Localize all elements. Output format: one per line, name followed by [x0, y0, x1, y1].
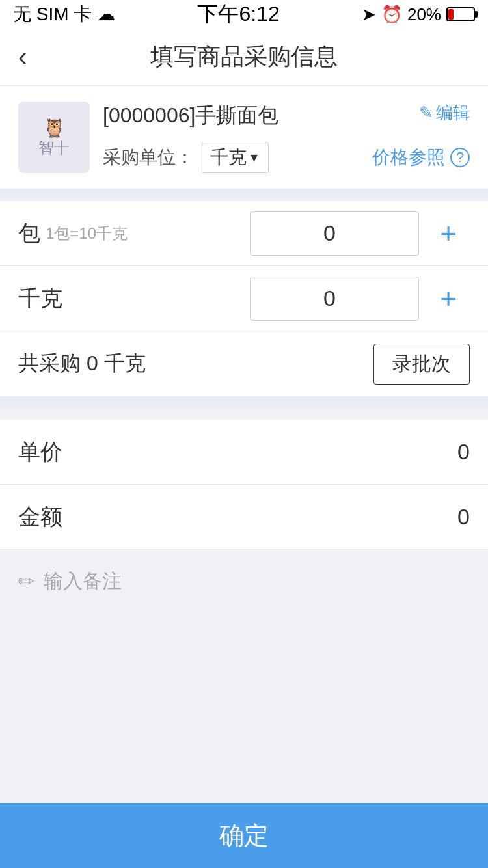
location-icon: ➤: [362, 5, 376, 25]
product-info: [0000006]手撕面包 ✎ 编辑 采购单位： 千克 ▾ 价格参照 ?: [103, 102, 470, 173]
bao-input-row: 包 1包=10千克 +: [0, 201, 488, 266]
amount-label: 金额: [18, 502, 62, 532]
section-divider-2: [0, 396, 488, 408]
kg-input-row: 千克 +: [0, 266, 488, 331]
sim-label: 无 SIM 卡 ☁: [13, 2, 115, 27]
bao-plus-button[interactable]: +: [427, 211, 470, 256]
product-card: 🦉 智十 [0000006]手撕面包 ✎ 编辑 采购单位： 千克 ▾: [0, 86, 488, 189]
edit-icon: ✎: [419, 103, 433, 123]
chevron-down-icon: ▾: [251, 149, 258, 166]
unit-select[interactable]: 千克 ▾: [202, 142, 269, 173]
edit-button[interactable]: ✎ 编辑: [419, 102, 470, 124]
status-left: 无 SIM 卡 ☁: [13, 2, 115, 27]
main-content: 🦉 智十 [0000006]手撕面包 ✎ 编辑 采购单位： 千克 ▾: [0, 86, 488, 868]
thumbnail-label: 🦉 智十: [38, 117, 70, 157]
battery-icon: [446, 7, 475, 21]
bao-sublabel: 1包=10千克: [46, 223, 128, 244]
price-ref-button[interactable]: 价格参照 ?: [372, 145, 470, 170]
kg-quantity-input[interactable]: [250, 277, 419, 321]
nav-bar: ‹ 填写商品采购信息: [0, 29, 488, 86]
product-name: [0000006]手撕面包: [103, 102, 278, 130]
unit-price-row: 单价 0: [0, 420, 488, 485]
amount-row: 金额 0: [0, 485, 488, 550]
confirm-button[interactable]: 确定: [0, 803, 488, 868]
unit-label: 采购单位：: [103, 145, 194, 170]
kg-input-right: +: [62, 277, 470, 321]
unit-row: 采购单位： 千克 ▾ 价格参照 ?: [103, 142, 470, 173]
back-button[interactable]: ‹: [18, 42, 27, 72]
unit-price-label: 单价: [18, 437, 62, 467]
battery-percent: 20%: [407, 5, 441, 25]
kg-plus-button[interactable]: +: [427, 277, 470, 321]
section-divider-1: [0, 189, 488, 201]
alarm-icon: ⏰: [381, 5, 402, 25]
product-name-row: [0000006]手撕面包 ✎ 编辑: [103, 102, 470, 130]
status-bar: 无 SIM 卡 ☁ 下午6:12 ➤ ⏰ 20%: [0, 0, 488, 29]
amount-value: 0: [457, 504, 470, 530]
status-time: 下午6:12: [197, 0, 279, 29]
remark-row[interactable]: ✏ 输入备注: [0, 550, 488, 613]
total-row: 共采购 0 千克 录批次: [0, 331, 488, 396]
bao-label: 包: [18, 219, 40, 249]
total-text: 共采购 0 千克: [18, 349, 146, 378]
input-section: 包 1包=10千克 + 千克 +: [0, 201, 488, 331]
pencil-icon: ✏: [18, 570, 34, 593]
page-title: 填写商品采购信息: [150, 41, 338, 73]
kg-label: 千克: [18, 284, 62, 314]
bao-quantity-input[interactable]: [250, 211, 419, 256]
batch-button[interactable]: 录批次: [373, 344, 470, 385]
unit-selector-group: 采购单位： 千克 ▾: [103, 142, 269, 173]
status-right: ➤ ⏰ 20%: [362, 5, 475, 25]
help-icon: ?: [450, 148, 470, 167]
bao-input-right: +: [128, 211, 470, 256]
unit-price-value: 0: [457, 439, 470, 465]
remark-placeholder: 输入备注: [44, 568, 122, 595]
product-thumbnail: 🦉 智十: [18, 102, 90, 173]
pricing-section: 单价 0 金额 0: [0, 420, 488, 550]
